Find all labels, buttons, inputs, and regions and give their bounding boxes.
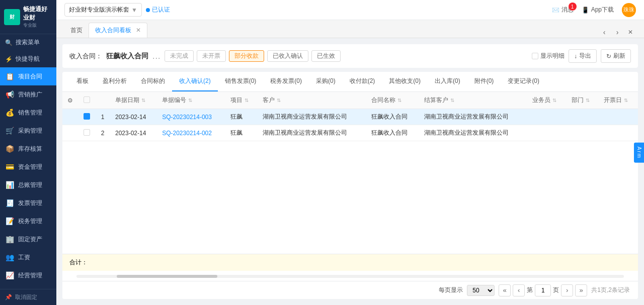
tab-board[interactable]: 看板 [69,72,96,91]
scroll-bar-area[interactable] [62,271,638,281]
tab-sales-inv[interactable]: 销售发票(0) [218,72,264,91]
sidebar-item-asset[interactable]: 🏢 固定资产 [0,230,56,248]
row2-check[interactable] [78,125,95,141]
unpin-button[interactable]: 📌 取消固定 [0,289,56,305]
float-btn-label[interactable]: Arm [634,142,644,162]
home-tab[interactable]: 首页 [64,23,89,38]
row2-code-link[interactable]: SQ-20230214-002 [162,130,212,137]
quick-nav-item[interactable]: ⚡ 快捷导航 [0,51,56,67]
tab-change[interactable]: 变更记录(0) [501,72,546,91]
status-partial[interactable]: 部分收款 [229,50,264,62]
th-open-date[interactable]: 开票日 ⇅ [599,92,638,109]
row1-code-link[interactable]: SQ-20230214-003 [162,114,212,121]
table-row[interactable]: 2 2023-02-14 SQ-20230214-002 狂飙 湖南卫视商业运营… [62,125,638,141]
tab-other[interactable]: 其他收支(0) [382,72,428,91]
th-customer[interactable]: 客户 ⇅ [258,92,366,109]
page-label-before: 第 [527,286,533,294]
sum-label: 合计： [69,258,88,267]
tab-nav-arrows: ‹ › ✕ [599,27,636,38]
sidebar-item-fund[interactable]: 💳 资金管理 [0,158,56,176]
page-next-btn[interactable]: › [561,284,573,296]
row2-code[interactable]: SQ-20230214-002 [157,125,225,141]
sidebar-item-invoice[interactable]: 🧾 发票管理 [0,194,56,212]
tab-standard[interactable]: 合同标的 [134,72,172,91]
app-download-icon: 📱 [582,7,589,14]
user-avatar[interactable]: 珠珠 [622,3,636,17]
th-code[interactable]: 单据编号 ⇅ [157,92,225,109]
select-all-checkbox[interactable] [84,96,90,103]
show-detail-checkbox[interactable]: 显示明细 [532,52,565,60]
tab-warehouse[interactable]: 出入库(0) [428,72,467,91]
refresh-button[interactable]: ↻ 刷新 [601,49,631,63]
th-salesman[interactable]: 业务员 ⇅ [527,92,567,109]
sidebar-item-hr[interactable]: 👥 工资 [0,248,56,266]
page-size-select[interactable]: 20 50 100 [467,285,495,296]
sidebar-item-report[interactable]: 🔔 小畅报告 [0,284,56,289]
page-input[interactable] [535,284,551,296]
table-container: ⚙ 单据日期 ⇅ [62,92,638,254]
search-menu-item[interactable]: 🔍 搜索菜单 [0,34,56,51]
sales-icon: 💰 [5,108,14,117]
status-confirmed[interactable]: 已收入确认 [267,50,308,62]
row2-settle-cust: 湖南卫视商业运营发展有限公司 [419,125,527,141]
sidebar-item-sales[interactable]: 💰 销售管理 [0,104,56,122]
row2-checkbox[interactable] [84,129,90,136]
status-active[interactable]: 已生效 [311,50,341,62]
tab-confirm[interactable]: 收入确认(2) [172,72,218,91]
dept-sort-icon: ⇅ [586,97,590,103]
tab-tax-inv[interactable]: 税务发票(0) [263,72,309,91]
row2-contract: 狂飙收入合同 [366,125,419,141]
row1-check[interactable] [78,109,95,125]
scroll-thumb[interactable] [117,275,217,278]
th-settings[interactable]: ⚙ [62,92,78,109]
sidebar-item-ops[interactable]: 📈 经营管理 [0,266,56,284]
th-date[interactable]: 单据日期 ⇅ [110,92,157,109]
show-detail-check[interactable] [532,53,538,59]
th-project[interactable]: 项目 ⇅ [225,92,258,109]
table-area: ⚙ 单据日期 ⇅ [62,92,638,299]
message-badge: 1 [569,3,577,11]
sidebar-item-general[interactable]: 📊 总账管理 [0,176,56,194]
th-contract[interactable]: 合同名称 ⇅ [366,92,419,109]
tab-purchase[interactable]: 采购(0) [309,72,343,91]
app-download-button[interactable]: 📱 App下载 [582,6,614,14]
app-logo-text: 畅捷通好业财 专业版 [23,5,52,29]
row1-date: 2023-02-14 [110,109,157,125]
tab-prev-arrow[interactable]: ‹ [599,27,610,38]
sidebar-item-hr-label: 工资 [18,253,30,262]
company-selector[interactable]: 好业财专业版演示帐套 ▼ [64,3,142,17]
sidebar-item-inventory[interactable]: 📦 库存核算 [0,140,56,158]
page-first-btn[interactable]: « [499,284,511,296]
table-row[interactable]: 1 2023-02-14 SQ-20230214-003 狂飙 湖南卫视商业运营… [62,109,638,125]
tab-next-arrow[interactable]: › [612,27,623,38]
export-button[interactable]: ↓ 导出 [569,49,597,63]
th-checkbox[interactable] [78,92,95,109]
tab-receipt[interactable]: 收付款(2) [343,72,382,91]
right-float-btn[interactable]: Arm [634,142,644,162]
sidebar-item-purchase[interactable]: 🛒 采购管理 [0,122,56,140]
tab-profit[interactable]: 盈利分析 [96,72,134,91]
message-button[interactable]: ✉️ 消息 1 [552,6,574,14]
tab-attach[interactable]: 附件(0) [467,72,501,91]
table-header-row: ⚙ 单据日期 ⇅ [62,92,638,109]
contract-more-btn[interactable]: ... [152,52,160,61]
th-dept[interactable]: 部门 ⇅ [567,92,599,109]
row1-checkbox[interactable] [84,113,90,120]
row1-code[interactable]: SQ-20230214-003 [157,109,225,125]
sidebar-item-tax[interactable]: 📝 税务管理 [0,212,56,230]
status-uninvoiced[interactable]: 未开票 [197,50,226,62]
code-sort-icon: ⇅ [188,97,192,103]
active-tab[interactable]: 收入合同看板 ✕ [89,23,147,38]
scroll-track[interactable] [76,275,624,278]
tab-menu-close[interactable]: ✕ [625,27,636,38]
row2-customer: 湖南卫视商业运营发展有限公司 [258,125,366,141]
th-settle-cust[interactable]: 结算客户 ⇅ [419,92,527,109]
page-prev-btn[interactable]: ‹ [513,284,525,296]
page-last-btn[interactable]: » [575,284,587,296]
date-sort-icon: ⇅ [141,97,145,103]
tab-close-icon[interactable]: ✕ [136,27,141,34]
sub-content: 看板 盈利分析 合同标的 收入确认(2) 销售发票(0) 税务发票(0) 采购(… [62,72,638,299]
status-uncomplete[interactable]: 未完成 [165,50,194,62]
sidebar-item-project[interactable]: 📋 项目合同 [0,67,56,85]
sidebar-item-marketing[interactable]: 📢 营销推广 [0,85,56,104]
